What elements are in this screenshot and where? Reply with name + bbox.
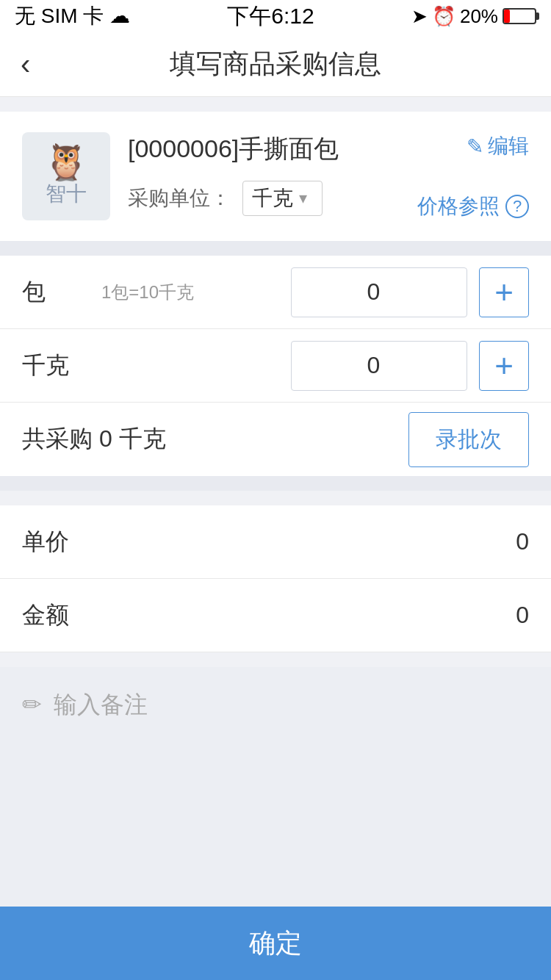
unit-label: 采购单位：: [128, 184, 231, 212]
page-title: 填写商品采购信息: [170, 46, 381, 82]
amount-value: 0: [516, 602, 529, 629]
unit-price-row: 单价 0: [0, 505, 551, 579]
kg-input-right: +: [291, 341, 529, 391]
kg-plus-button[interactable]: +: [479, 341, 529, 391]
status-bar: 无 SIM 卡 ☁ 下午6:12 ➤ ⏰ 20%: [0, 0, 551, 32]
edit-label: 编辑: [488, 132, 529, 160]
product-card: 🦉 智十 [0000006]手撕面包 采购单位： 千克 ▾ ✎ 编辑 价格参照 …: [0, 112, 551, 241]
owl-icon: 🦉: [44, 145, 88, 180]
edit-button[interactable]: ✎ 编辑: [467, 132, 529, 160]
bag-plus-button[interactable]: +: [479, 267, 529, 317]
alarm-icon: ⏰: [432, 5, 455, 28]
nav-bar: ‹ 填写商品采购信息: [0, 32, 551, 97]
chevron-down-icon: ▾: [299, 189, 307, 208]
kg-input-row: 千克 +: [0, 329, 551, 403]
product-image: 🦉 智十: [22, 132, 110, 220]
notes-placeholder: 输入备注: [54, 689, 148, 721]
unit-value: 千克: [252, 184, 293, 212]
brand-label: 智十: [46, 180, 87, 208]
section-divider-1: [0, 241, 551, 256]
edit-icon: ✎: [467, 134, 483, 159]
unit-price-label: 单价: [22, 526, 69, 558]
summary-row: 共采购 0 千克 录批次: [0, 403, 551, 476]
confirm-bar[interactable]: 确定: [0, 907, 551, 980]
info-section: 单价 0 金额 0: [0, 505, 551, 652]
bag-input[interactable]: [291, 267, 467, 317]
summary-text: 共采购 0 千克: [22, 423, 166, 455]
record-batch-button[interactable]: 录批次: [408, 412, 529, 467]
amount-label: 金额: [22, 599, 69, 632]
amount-row: 金额 0: [0, 579, 551, 652]
help-icon: ?: [505, 195, 529, 218]
bag-label: 包: [22, 276, 96, 309]
status-right: ➤ ⏰ 20%: [411, 5, 536, 28]
input-section: 包 1包=10千克 + 千克 +: [0, 256, 551, 403]
bag-input-right: +: [291, 267, 529, 317]
notes-section[interactable]: ✏ 输入备注: [0, 667, 551, 814]
pencil-icon: ✏: [22, 691, 42, 718]
battery-icon: [503, 8, 536, 24]
price-ref-label: 价格参照: [417, 192, 500, 220]
battery-percent: 20%: [460, 5, 498, 28]
price-reference-button[interactable]: 价格参照 ?: [417, 192, 529, 220]
back-button[interactable]: ‹: [21, 48, 30, 81]
bag-sublabel: 1包=10千克: [101, 281, 194, 304]
sim-label: 无 SIM 卡 ☁: [15, 2, 130, 30]
kg-input[interactable]: [291, 341, 467, 391]
section-divider-2: [0, 476, 551, 491]
bag-input-row: 包 1包=10千克 +: [0, 256, 551, 329]
battery-fill: [504, 10, 510, 23]
status-left: 无 SIM 卡 ☁: [15, 2, 130, 30]
kg-label: 千克: [22, 350, 96, 382]
confirm-button[interactable]: 确定: [249, 926, 302, 962]
location-icon: ➤: [411, 5, 428, 28]
unit-price-value: 0: [516, 528, 529, 555]
status-time: 下午6:12: [227, 1, 314, 32]
unit-select[interactable]: 千克 ▾: [242, 181, 323, 216]
